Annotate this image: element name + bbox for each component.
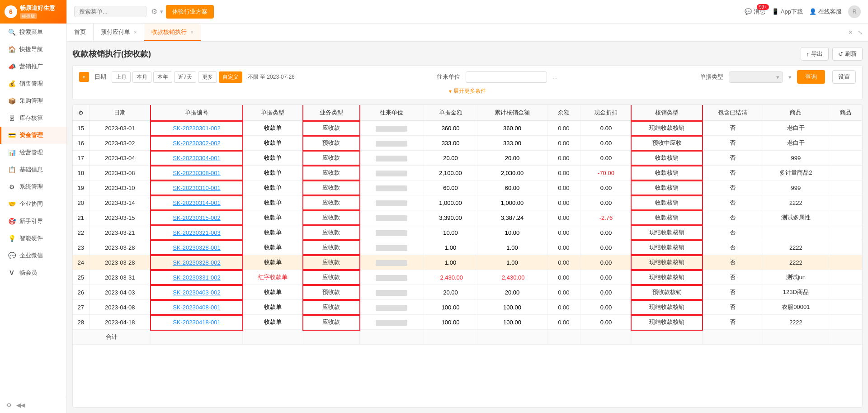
table-row[interactable]: 26 2023-04-03 SK-20230403-002 收款单 预收款 20… — [73, 285, 862, 300]
filter-expand-btn[interactable]: » — [79, 72, 89, 82]
table-row[interactable]: 18 2023-03-08 SK-20230308-001 收款单 应收款 2,… — [73, 166, 862, 180]
sidebar-item-enterprise[interactable]: 🤝 企业协同 — [0, 195, 66, 213]
collapse-icon[interactable]: ◀◀ — [16, 402, 25, 408]
table-row[interactable]: 21 2023-03-15 SK-20230315-002 收款单 应收款 3,… — [73, 210, 862, 225]
sidebar-item-inventory[interactable]: 🗄 库存核算 — [0, 109, 66, 127]
th-partner[interactable]: 往来单位 — [359, 105, 424, 121]
th-doc-type[interactable]: 单据类型 — [242, 105, 303, 121]
sidebar-item-system[interactable]: ⚙ 系统管理 — [0, 178, 66, 195]
refresh-button[interactable]: ↺ 刷新 — [832, 47, 863, 61]
sidebar-item-sales[interactable]: 💰 销售管理 — [0, 75, 66, 92]
doc-no-link[interactable]: SK-20230328-001 — [173, 244, 221, 251]
cell-doc-type: 收款单 — [242, 180, 303, 195]
table-row[interactable]: 20 2023-03-14 SK-20230314-001 收款单 应收款 1,… — [73, 195, 862, 210]
table-row[interactable]: 27 2023-04-08 SK-20230408-001 收款单 应收款 10… — [73, 300, 862, 315]
sidebar-item-member[interactable]: V 畅会员 — [0, 264, 66, 281]
th-biz-type[interactable]: 业务类型 — [303, 105, 360, 121]
settings-icon[interactable]: ⚙ — [6, 402, 12, 408]
doc-no-link[interactable]: SK-20230302-002 — [173, 140, 221, 147]
table-row[interactable]: 22 2023-03-21 SK-20230321-003 收款单 应收款 10… — [73, 225, 862, 240]
filter-custom-btn[interactable]: 自定义 — [219, 71, 242, 83]
table-row[interactable]: 25 2023-03-31 SK-20230331-002 红字收款单 应收款 … — [73, 270, 862, 285]
filter-date-thisyear[interactable]: 本年 — [153, 71, 172, 83]
sidebar-item-quicknav[interactable]: 🏠 快捷导航 — [0, 41, 66, 58]
filter-date-7days[interactable]: 近7天 — [174, 71, 196, 83]
table-row[interactable]: 15 2023-03-01 SK-20230301-002 收款单 应收款 36… — [73, 121, 862, 136]
th-gear[interactable]: ⚙ — [73, 105, 89, 121]
th-include-settled[interactable]: 包含已结清 — [702, 105, 763, 121]
tab-close-collection[interactable]: × — [190, 29, 193, 35]
tab-close-prepay[interactable]: × — [134, 29, 137, 35]
tab-collection[interactable]: 收款核销执行 × — [144, 24, 201, 41]
app-download-button[interactable]: 📱 App下载 — [772, 8, 803, 16]
doc-no-link[interactable]: SK-20230418-001 — [173, 319, 221, 326]
filter-date-more[interactable]: 更多 — [198, 71, 217, 83]
filter-date-lastmonth[interactable]: 上月 — [112, 71, 131, 83]
table-row[interactable]: 23 2023-03-28 SK-20230328-001 收款单 应收款 1.… — [73, 240, 862, 255]
cell-cash-discount: -2.76 — [580, 210, 632, 225]
sidebar-item-newguide[interactable]: 🎯 新手引导 — [0, 213, 66, 230]
sidebar-item-wechat[interactable]: 💬 企业微信 — [0, 247, 66, 264]
cell-balance: 0.00 — [547, 285, 580, 300]
doc-no-link[interactable]: SK-20230304-001 — [173, 155, 221, 161]
doc-no-link[interactable]: SK-20230314-001 — [173, 199, 221, 206]
doc-no-link[interactable]: SK-20230408-001 — [173, 304, 221, 311]
doc-no-link[interactable]: SK-20230328-002 — [173, 259, 221, 266]
sidebar-item-hardware[interactable]: 💡 智能硬件 — [0, 230, 66, 247]
sidebar-item-search[interactable]: 🔍 搜索菜单 — [0, 24, 66, 41]
doc-no-link[interactable]: SK-20230403-002 — [173, 289, 221, 296]
table-row[interactable]: 19 2023-03-10 SK-20230310-001 收款单 应收款 60… — [73, 180, 862, 195]
cell-date: 2023-03-10 — [89, 180, 151, 195]
th-total-cancel[interactable]: 累计核销金额 — [477, 105, 547, 121]
cell-balance: 0.00 — [547, 166, 580, 180]
th-date[interactable]: 日期 — [89, 105, 151, 121]
th-cash-discount[interactable]: 现金折扣 — [580, 105, 632, 121]
table-row[interactable]: 24 2023-03-28 SK-20230328-002 收款单 应收款 1.… — [73, 255, 862, 270]
export-button[interactable]: ↑ 导出 — [801, 47, 829, 61]
online-service-button[interactable]: 👤 在线客服 — [809, 8, 842, 16]
cell-no: 28 — [73, 315, 89, 330]
tab-prepay[interactable]: 预付应付单 × — [94, 24, 144, 41]
user-avatar[interactable]: R — [848, 5, 861, 18]
message-button[interactable]: 💬 消息 99+ — [745, 8, 765, 16]
gear-icon[interactable]: ⚙ — [151, 7, 157, 16]
doc-no-link[interactable]: SK-20230321-003 — [173, 229, 221, 236]
table-row[interactable]: 28 2023-04-18 SK-20230418-001 收款单 应收款 10… — [73, 315, 862, 330]
doc-no-link[interactable]: SK-20230301-002 — [173, 125, 221, 132]
doc-no-link[interactable]: SK-20230310-001 — [173, 185, 221, 191]
th-doc-no[interactable]: 单据编号 — [151, 105, 243, 121]
cell-cancel-type: 预收款核销 — [632, 285, 702, 300]
setting-button[interactable]: 设置 — [832, 70, 856, 84]
filter-date-thismonth[interactable]: 本月 — [132, 71, 151, 83]
tab-close-icon[interactable]: ✕ — [848, 29, 853, 36]
tab-home[interactable]: 首页 — [67, 24, 94, 41]
sidebar-item-capital[interactable]: 💳 资金管理 — [0, 127, 66, 144]
doc-no-link[interactable]: SK-20230331-002 — [173, 274, 221, 281]
search-icon: 🔍 — [8, 28, 16, 36]
cell-cancel-type: 现结收款核销 — [632, 270, 702, 285]
th-cancel-type[interactable]: 核销类型 — [632, 105, 702, 121]
expand-conditions-btn[interactable]: ▾ 展开更多条件 — [449, 87, 486, 95]
cell-cancel-type: 现结收款核销 — [632, 255, 702, 270]
trial-button[interactable]: 体验行业方案 — [166, 5, 214, 19]
sidebar-item-operation[interactable]: 📊 经营管理 — [0, 144, 66, 161]
th-balance[interactable]: 余额 — [547, 105, 580, 121]
sidebar-item-basic[interactable]: 📋 基础信息 — [0, 161, 66, 178]
cell-cancel-type: 收款核销 — [632, 166, 702, 180]
sidebar-item-purchase[interactable]: 📦 采购管理 — [0, 92, 66, 109]
th-amount[interactable]: 单据金额 — [424, 105, 477, 121]
partner-input[interactable] — [466, 71, 547, 83]
doc-no-link[interactable]: SK-20230308-001 — [173, 170, 221, 176]
cell-amount: 10.00 — [424, 225, 477, 240]
th-goods[interactable]: 商品 — [763, 105, 829, 121]
query-button[interactable]: 查询 — [797, 70, 825, 84]
tab-expand-icon[interactable]: ⤡ — [858, 29, 863, 36]
voucher-type-select[interactable] — [729, 71, 783, 83]
table-row[interactable]: 17 2023-03-04 SK-20230304-001 收款单 应收款 20… — [73, 151, 862, 166]
sidebar-item-marketing[interactable]: 📣 营销推广 — [0, 58, 66, 75]
doc-no-link[interactable]: SK-20230315-002 — [173, 214, 221, 221]
cell-cash-discount: 0.00 — [580, 240, 632, 255]
th-goods2[interactable]: 商品 — [829, 105, 862, 121]
search-input[interactable] — [74, 6, 146, 17]
table-row[interactable]: 16 2023-03-02 SK-20230302-002 收款单 预收款 33… — [73, 136, 862, 151]
